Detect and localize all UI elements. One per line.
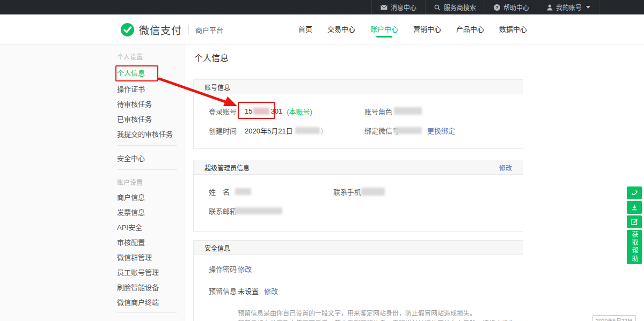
security-info-header: 安全信息 (194, 241, 523, 255)
created-date-text: 2020年5月21日 (245, 125, 293, 136)
admin-phone-field: 联系手机 (333, 186, 385, 197)
redacted-wechat-id (394, 127, 422, 134)
reserved-info-edit-link[interactable]: 修改 (264, 286, 278, 296)
login-account-value: 15 301 (245, 107, 282, 115)
redacted-login-digits (253, 108, 269, 115)
admin-phone-label: 联系手机 (333, 186, 361, 197)
sidebar-item-invoice-info[interactable]: 发票信息 (117, 204, 177, 219)
sidebar-item-my-submitted-tasks[interactable]: 我提交的审核任务 (117, 126, 177, 141)
bound-wechat-label: 绑定微信号 (364, 125, 394, 136)
nav-home[interactable]: 首页 (298, 14, 312, 44)
download-button[interactable] (627, 201, 642, 214)
login-account-suffix: 301 (270, 107, 282, 115)
caret-down-icon (586, 6, 590, 9)
feedback-button[interactable] (627, 215, 642, 228)
link-icon (631, 189, 638, 197)
account-role-field: 账号角色 (364, 106, 422, 116)
help-center-button[interactable]: ? 帮助中心 (485, 0, 538, 14)
sidebar-item-reviewed-tasks[interactable]: 已审核任务 (117, 111, 177, 126)
sidebar-item-wechat-merchant-terminal[interactable]: 微信商户终端 (117, 294, 177, 309)
sidebar-item-api-security[interactable]: API安全 (117, 219, 177, 234)
nav-transaction-center[interactable]: 交易中心 (327, 14, 355, 44)
sidebar-divider (117, 312, 177, 313)
created-time-field: 创建时间 2020年5月21日 ) (209, 125, 364, 136)
wechat-pay-logo-icon (120, 23, 135, 37)
super-admin-section: 超级管理员信息 修改 姓 名 联系手机 联系邮箱 (193, 160, 523, 232)
reserved-info-label: 预留信息 (209, 286, 238, 296)
date-tooltip: 2020年5月22日 (592, 315, 636, 321)
portal-subtitle: 商户平台 (195, 25, 223, 35)
topbar-items: 消息中心 服务商搜索 ? 帮助中心 我的账号 (371, 0, 599, 14)
my-account-menu[interactable]: 我的账号 (538, 0, 599, 14)
my-account-label: 我的账号 (556, 3, 582, 12)
message-center-label: 消息中心 (391, 3, 416, 12)
sidebar: 个人设置 个人信息 操作证书 待审核任务 已审核任务 我提交的审核任务 安全中心… (0, 44, 185, 321)
nav-data-center[interactable]: 数据中心 (499, 14, 527, 44)
redacted-admin-name (235, 188, 251, 195)
security-info-title: 安全信息 (204, 243, 230, 252)
reserved-info-status: 未设置 (238, 286, 259, 296)
topbar: 消息中心 服务商搜索 ? 帮助中心 我的账号 (0, 0, 644, 14)
sidebar-item-merchant-info[interactable]: 商户信息 (117, 189, 177, 204)
sidebar-item-pending-review-tasks[interactable]: 待审核任务 (117, 96, 177, 111)
reserved-desc-line-2: 配置后将在首页及充值页面显示。若未看到预留信息，表明当前访问的网站存在风险，请终… (238, 319, 523, 321)
get-help-button[interactable]: 获取帮助 (627, 230, 642, 264)
floating-help-panel: 获取帮助 (627, 186, 642, 264)
current-account-tag: (本账号) (287, 106, 312, 116)
login-account-label: 登录账号 (209, 106, 245, 116)
account-role-label: 账号角色 (364, 106, 394, 116)
admin-row-2: 联系邮箱 (194, 201, 523, 220)
admin-row-1: 姓 名 联系手机 (194, 182, 523, 201)
super-admin-title: 超级管理员信息 (204, 163, 250, 172)
account-row-2: 创建时间 2020年5月21日 ) 绑定微信号 更换绑定 (194, 121, 523, 140)
admin-email-label: 联系邮箱 (209, 206, 235, 216)
header: 微信支付 商户平台 首页 交易中心 账户中心 营销中心 产品中心 数据中心 (0, 14, 644, 44)
operation-password-edit-link[interactable]: 修改 (238, 264, 252, 274)
sidebar-item-staff-account-management[interactable]: 员工账号管理 (117, 264, 177, 279)
created-time-label: 创建时间 (209, 125, 245, 136)
main-content: 个人信息 账号信息 登录账号 15 301 (本账号) 账号角色 (193, 44, 523, 321)
super-admin-edit-link[interactable]: 修改 (499, 163, 512, 172)
help-center-label: 帮助中心 (503, 3, 529, 12)
logo-divider (188, 25, 189, 34)
login-account-prefix: 15 (245, 107, 252, 115)
created-paren: ) (321, 126, 323, 135)
search-icon (434, 4, 441, 11)
main-nav: 首页 交易中心 账户中心 营销中心 产品中心 数据中心 (298, 14, 527, 44)
sidebar-header-account-settings: 账户设置 (117, 174, 177, 189)
page-title: 个人信息 (194, 51, 229, 64)
account-info-title: 账号信息 (204, 83, 230, 92)
security-info-section: 安全信息 操作密码 修改 预留信息 未设置 修改 预留信息是由你自己设置的一段文… (193, 240, 523, 321)
nav-account-center[interactable]: 账户中心 (370, 14, 398, 44)
edit-icon (631, 218, 638, 226)
super-admin-header: 超级管理员信息 修改 (194, 160, 523, 175)
account-row-1: 登录账号 15 301 (本账号) 账号角色 (194, 101, 523, 121)
admin-name-field: 姓 名 (209, 186, 333, 197)
sidebar-item-face-smart-device[interactable]: 刷脸智能设备 (117, 279, 177, 294)
mail-icon (380, 5, 387, 10)
sidebar-item-operation-certificate[interactable]: 操作证书 (117, 81, 177, 96)
download-icon (631, 204, 638, 211)
reserved-info-description: 预留信息是由你自己设置的一段文字，用来鉴定网站身份，防止假冒网站造成损失。 配置… (238, 309, 523, 321)
bound-wechat-field: 绑定微信号 更换绑定 (364, 125, 455, 136)
account-info-section: 账号信息 登录账号 15 301 (本账号) 账号角色 (193, 79, 523, 149)
brand-area[interactable]: 微信支付 商户平台 (120, 14, 223, 44)
service-provider-search-button[interactable]: 服务商搜索 (426, 0, 485, 14)
question-icon: ? (494, 4, 500, 11)
nav-product-center[interactable]: 产品中心 (456, 14, 484, 44)
wechat-pay-merchant-page: 消息中心 服务商搜索 ? 帮助中心 我的账号 微信支付 (0, 0, 644, 321)
reserved-desc-line-1: 预留信息是由你自己设置的一段文字，用来鉴定网站身份，防止假冒网站造成损失。 (238, 309, 523, 319)
security-row-reserved: 预留信息 未设置 修改 (194, 281, 523, 300)
user-icon (547, 4, 553, 11)
sidebar-item-personal-info[interactable]: 个人信息 (117, 64, 177, 81)
rebind-wechat-link[interactable]: 更换绑定 (427, 125, 455, 136)
sidebar-item-security-center[interactable]: 安全中心 (117, 150, 177, 165)
sidebar-divider (117, 145, 177, 146)
sidebar-item-wechat-group-management[interactable]: 微信群管理 (117, 249, 177, 264)
nav-marketing-center[interactable]: 营销中心 (413, 14, 441, 44)
message-center-button[interactable]: 消息中心 (371, 0, 426, 14)
quick-link-button[interactable] (627, 186, 642, 199)
redacted-admin-email (235, 207, 282, 214)
login-account-field: 登录账号 15 301 (本账号) (209, 106, 364, 116)
sidebar-item-review-config[interactable]: 审核配置 (117, 234, 177, 249)
